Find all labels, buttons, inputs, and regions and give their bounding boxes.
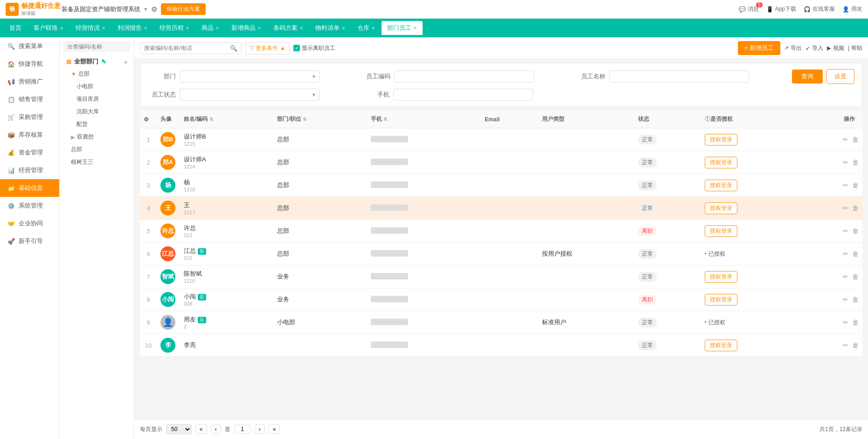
auth-button[interactable]: 授权登录 — [705, 202, 737, 214]
edit-icon[interactable]: ✏ — [843, 250, 848, 258]
sidebar-item-management[interactable]: 📊 经营管理 — [0, 161, 59, 179]
edit-icon[interactable]: ✏ — [843, 181, 848, 189]
sidebar-item-guide[interactable]: 🚀 新手引导 — [0, 232, 59, 250]
tab-barcode-close[interactable]: ✕ — [299, 26, 303, 31]
tab-employee[interactable]: 部门员工 ✕ — [382, 21, 423, 35]
import-button[interactable]: ↙ 导入 — [806, 44, 823, 52]
tab-goods-close[interactable]: ✕ — [215, 26, 219, 31]
add-employee-button[interactable]: + 新增员工 — [738, 41, 780, 55]
delete-icon[interactable]: 🗑 — [852, 319, 859, 326]
col-phone[interactable]: 手机 ⇅ — [367, 111, 481, 128]
sidebar-item-inventory[interactable]: 📦 库存核算 — [0, 126, 59, 144]
delete-icon[interactable]: 🗑 — [852, 204, 859, 212]
gear-icon[interactable]: ⚙ — [151, 5, 157, 14]
sidebar-item-search[interactable]: 🔍 搜索菜单 — [0, 37, 59, 55]
col-settings[interactable]: ⚙ — [140, 111, 157, 128]
sidebar-item-collab[interactable]: 🤝 企业协同 — [0, 215, 59, 232]
trial-button[interactable]: 体验行业方案 — [161, 3, 206, 15]
dept-search-box[interactable]: 🔍 — [63, 41, 130, 52]
dept-item-tree-king[interactable]: 植树王三 — [63, 156, 130, 168]
tab-home[interactable]: 首页 — [4, 21, 27, 35]
dept-item-project[interactable]: 项目库房 — [69, 93, 130, 105]
auth-button[interactable]: 授权登录 — [705, 294, 737, 306]
export-button[interactable]: ↗ 导出 — [784, 44, 802, 52]
auth-button[interactable]: 授权登录 — [705, 271, 737, 283]
delete-icon[interactable]: 🗑 — [852, 250, 859, 258]
edit-icon[interactable]: ✏ — [843, 319, 848, 326]
dept-item-shuanglu[interactable]: ▶ 双鹿想 — [63, 131, 130, 143]
next-page-button[interactable]: › — [255, 425, 265, 434]
show-resigned-checkbox[interactable]: ✓ 显示离职员工 — [293, 44, 335, 52]
last-page-button[interactable]: » — [269, 425, 280, 434]
tab-customer-close[interactable]: ✕ — [60, 26, 63, 31]
message-button[interactable]: 💬 消息 5 — [739, 5, 759, 13]
edit-icon[interactable]: ✏ — [843, 341, 848, 349]
first-page-button[interactable]: « — [195, 425, 207, 434]
sidebar-item-nav[interactable]: 🏠 快捷导航 — [0, 55, 59, 73]
auth-button[interactable]: 授权登录 — [705, 134, 737, 146]
delete-icon[interactable]: 🗑 — [852, 227, 859, 235]
tab-new-goods-close[interactable]: ✕ — [257, 26, 261, 31]
edit-icon[interactable]: ✏ — [843, 227, 848, 235]
filter-code-input[interactable] — [394, 70, 534, 83]
sidebar-item-sales[interactable]: 📋 销售管理 — [0, 91, 59, 108]
filter-dept-select[interactable]: ▾ — [180, 70, 319, 83]
user-menu[interactable]: 👤 用友 — [842, 5, 862, 13]
edit-icon[interactable]: ✏ — [843, 204, 848, 212]
edit-icon[interactable]: ✏ — [843, 273, 848, 280]
filter-name-input[interactable] — [609, 70, 749, 83]
filter-status-select[interactable]: ▾ — [180, 89, 319, 101]
tab-profit-close[interactable]: ✕ — [144, 26, 147, 31]
dept-edit-icon[interactable]: ✎ — [101, 58, 106, 65]
tab-warehouse-close[interactable]: ✕ — [371, 26, 375, 31]
tab-customer[interactable]: 客户联络 ✕ — [28, 21, 69, 35]
filter-phone-input[interactable] — [393, 89, 533, 101]
dept-all-header[interactable]: ⊞ 全部部门 ✎ « — [63, 56, 130, 68]
query-button[interactable]: 查询 — [792, 70, 823, 84]
tab-profit[interactable]: 利润报告 ✕ — [112, 21, 153, 35]
tab-barcode[interactable]: 条码方案 ✕ — [268, 21, 309, 35]
set-button[interactable]: 设置 — [826, 69, 854, 84]
page-number-input[interactable] — [234, 425, 251, 434]
col-dept[interactable]: 部门/职位 ⇅ — [273, 111, 367, 128]
emp-search-input[interactable] — [144, 45, 228, 51]
dept-item-distribution[interactable]: 配货 — [69, 118, 130, 131]
tab-history-close[interactable]: ✕ — [186, 26, 189, 31]
tab-history[interactable]: 经营历程 ✕ — [154, 21, 195, 35]
help-button[interactable]: | 帮助 — [848, 44, 862, 52]
tab-employee-close[interactable]: ✕ — [413, 26, 417, 31]
edit-icon[interactable]: ✏ — [843, 296, 848, 303]
delete-icon[interactable]: 🗑 — [852, 296, 859, 303]
delete-icon[interactable]: 🗑 — [852, 181, 859, 189]
dept-search-input[interactable] — [67, 43, 134, 50]
delete-icon[interactable]: 🗑 — [852, 159, 859, 166]
edit-icon[interactable]: ✏ — [843, 136, 848, 143]
sidebar-item-finance[interactable]: 💰 资金管理 — [0, 144, 59, 161]
emp-search-box[interactable]: 🔍 — [140, 42, 242, 54]
sidebar-item-marketing[interactable]: 📢 营销推广 — [0, 73, 59, 91]
page-size-select[interactable]: 50 20 100 — [166, 424, 192, 434]
auth-button[interactable]: 授权登录 — [705, 225, 737, 237]
more-filter-button[interactable]: ▽ 更多条件 ▲ — [245, 42, 290, 55]
auth-button[interactable]: 授权登录 — [705, 180, 737, 191]
tab-goods[interactable]: 商品 ✕ — [196, 21, 225, 35]
auth-button[interactable]: 授权登录 — [705, 157, 737, 168]
dept-item-shenyang[interactable]: 沈阳大库 — [69, 105, 130, 118]
col-name[interactable]: 姓名/编码 ⇅ — [180, 111, 273, 128]
tab-bom-close[interactable]: ✕ — [341, 26, 345, 31]
tab-business[interactable]: 经营情况 ✕ — [70, 21, 111, 35]
online-service-button[interactable]: 🎧 在线客服 — [804, 5, 835, 13]
arrow-down-icon[interactable]: ▾ — [144, 6, 147, 13]
dept-collapse-icon[interactable]: « — [124, 58, 127, 65]
delete-icon[interactable]: 🗑 — [852, 341, 859, 349]
auth-button[interactable]: 授权登录 — [705, 340, 737, 351]
dept-item-hq[interactable]: 总部 — [63, 143, 130, 156]
video-button[interactable]: ▶ 视频 — [827, 44, 844, 52]
sidebar-item-system[interactable]: ⚙️ 系统管理 — [0, 197, 59, 215]
dept-item-headquarter[interactable]: ▼ 总部 — [63, 68, 130, 80]
tab-bom[interactable]: 物料清单 ✕ — [310, 21, 351, 35]
delete-icon[interactable]: 🗑 — [852, 136, 859, 143]
dept-item-small-elec[interactable]: 小电部 — [69, 80, 130, 93]
prev-page-button[interactable]: ‹ — [211, 425, 221, 434]
delete-icon[interactable]: 🗑 — [852, 273, 859, 280]
